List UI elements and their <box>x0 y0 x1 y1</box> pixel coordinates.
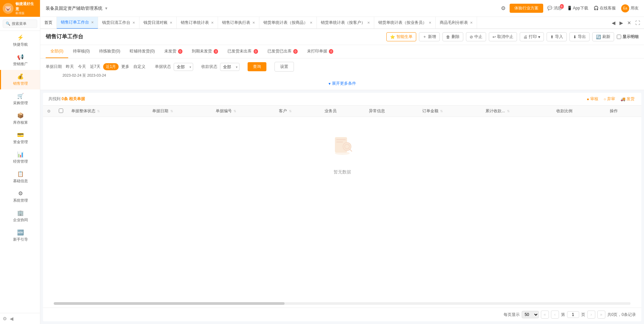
sort-icon[interactable]: ⇅ <box>507 109 510 113</box>
date-option-today[interactable]: 今天 <box>77 63 87 70</box>
select-all-checkbox[interactable] <box>59 109 63 113</box>
date-option-custom[interactable]: 自定义 <box>132 63 147 70</box>
payment-select[interactable]: 全部 <box>220 63 240 71</box>
sub-tab-shipped-out[interactable]: 已发货已出库 0 <box>263 45 302 58</box>
tab-close-icon[interactable]: ✕ <box>252 21 255 25</box>
sidebar-item-system[interactable]: ⚙ 系统管理 <box>0 187 40 206</box>
tab-sales-workbench[interactable]: 销售订单工作台 ✕ <box>57 17 98 29</box>
tab-close-all-btn[interactable]: ✕ <box>626 19 633 27</box>
revoke-button[interactable]: ○ 弃审 <box>602 95 616 103</box>
sub-tab-not-printed[interactable]: 未打印单据 0 <box>302 45 338 58</box>
tab-home[interactable]: 首页 <box>40 17 57 29</box>
import-button[interactable]: ⬆ 导入 <box>547 32 567 41</box>
expand-more-btn[interactable]: ▾ 展开更多条件 <box>329 81 356 86</box>
tab-close-icon[interactable]: ✕ <box>91 21 94 24</box>
show-detail-checkbox[interactable] <box>617 35 621 39</box>
audit-button[interactable]: ● 审核 <box>586 95 600 103</box>
tab-close-icon[interactable]: ✕ <box>310 21 312 25</box>
user-menu[interactable]: Ea 用友 <box>621 4 639 12</box>
filter-row-1: 单据日期 昨天 今天 近7天 近1月 更多 自定义 单据状态 <box>46 62 639 72</box>
sidebar-item-operations[interactable]: 📊 经营管理 <box>0 148 40 167</box>
sidebar-item-purchase[interactable]: 🛒 采购管理 <box>0 89 40 109</box>
tab-fullscreen-btn[interactable]: ⛶ <box>634 19 641 27</box>
tab-product-margin[interactable]: 商品毛利分析表 ✕ <box>436 17 477 29</box>
tab-close-icon[interactable]: ✕ <box>470 21 473 25</box>
th-operation: 操作 <box>606 106 641 117</box>
tab-scroll-left-btn[interactable]: ◀ <box>610 19 617 27</box>
tab-cash-reconcile[interactable]: 钱货日清对账 ✕ <box>139 17 177 29</box>
date-option-last1month[interactable]: 近1月 <box>103 63 119 70</box>
smart-generate-button[interactable]: ⭐ 智能生单 <box>386 32 416 41</box>
sub-tab-shipped-not-out[interactable]: 已发货未出库 0 <box>223 45 262 58</box>
show-detail-checkbox-label[interactable]: 显示明细 <box>617 34 639 40</box>
sub-tab-overdue[interactable]: 到期未发货 0 <box>187 45 223 58</box>
ship-button[interactable]: 🚚 发货 <box>619 95 636 103</box>
status-select[interactable]: 全部 <box>174 63 193 71</box>
h-scrollbar-track[interactable] <box>54 302 631 305</box>
tab-scroll-right-btn[interactable]: ▶ <box>618 19 625 27</box>
tab-cash-daily[interactable]: 钱货日清工作台 ✕ <box>98 17 139 29</box>
date-option-yesterday[interactable]: 昨天 <box>65 63 75 70</box>
tab-sales-stats[interactable]: 销售订单统计表 ✕ <box>177 17 218 29</box>
sidebar-item-guide[interactable]: 🆕 新手引导 <box>0 226 40 245</box>
sidebar-item-enterprise[interactable]: 🏢 企业协同 <box>0 206 40 226</box>
tab-close-icon[interactable]: ✕ <box>429 21 431 25</box>
print-button[interactable]: 🖨 打印 ▾ <box>520 32 544 41</box>
tab-sales-summary-product[interactable]: 销货单统计表（按商品） ✕ <box>259 17 317 29</box>
sub-tab-wangpu[interactable]: 旺铺待发货(0) <box>125 45 160 58</box>
sidebar-item-basic[interactable]: 📋 基础信息 <box>0 167 40 187</box>
sub-tab-all[interactable]: 全部(0) <box>46 45 68 58</box>
page-size-select[interactable]: 20 50 100 <box>522 311 539 318</box>
sort-icon[interactable]: ⇅ <box>170 109 173 113</box>
sort-icon[interactable]: ⇅ <box>97 109 100 113</box>
sort-icon[interactable]: ⇅ <box>289 109 292 113</box>
delete-button[interactable]: 🗑 删除 <box>442 32 463 41</box>
page-number-input[interactable] <box>567 311 579 318</box>
sub-tab-label: 全部(0) <box>50 49 63 53</box>
first-page-btn[interactable]: « <box>541 311 549 319</box>
sidebar-settings-btn[interactable]: ⚙ <box>3 316 7 321</box>
sub-tab-pending-audit[interactable]: 待审核(0) <box>68 45 95 58</box>
sidebar-item-quick-nav[interactable]: ⚡ 快捷导航 <box>0 31 40 50</box>
sidebar-item-label: 资金管理 <box>13 139 28 145</box>
tab-close-icon[interactable]: ✕ <box>211 21 214 25</box>
date-option-more[interactable]: 更多 <box>120 63 131 70</box>
tab-sales-exec[interactable]: 销售订单执行表 ✕ <box>218 17 259 29</box>
gear-icon[interactable]: ⚙ <box>47 109 51 114</box>
operations-icon: 📊 <box>17 151 24 158</box>
sort-icon[interactable]: ⇅ <box>440 109 443 113</box>
date-option-last7[interactable]: 近7天 <box>89 63 102 70</box>
sidebar-item-marketing[interactable]: 📢 营销推广 <box>0 50 40 70</box>
sidebar-collapse-btn[interactable]: ◀ <box>10 316 13 321</box>
topbar-settings-icon[interactable]: ⚙ <box>501 5 506 11</box>
tab-close-icon[interactable]: ✕ <box>367 21 370 25</box>
sidebar-item-sales[interactable]: 💰 销售管理 <box>0 70 40 89</box>
h-scrollbar-thumb[interactable] <box>54 302 285 305</box>
record-count: 0条 <box>61 96 68 101</box>
tab-sales-summary-staff[interactable]: 销货单统计表（按业务员） ✕ <box>374 17 436 29</box>
tab-close-icon[interactable]: ✕ <box>132 21 135 25</box>
tab-sales-summary-customer[interactable]: 销货单统计表（按客户） ✕ <box>317 17 374 29</box>
prev-page-btn[interactable]: ‹ <box>551 311 559 319</box>
message-badge[interactable]: 💬 6 消息 <box>547 5 561 11</box>
stop-button[interactable]: ⊘ 中止 <box>466 32 486 41</box>
sub-tab-pending-inspect[interactable]: 待拣验货(0) <box>94 45 125 58</box>
add-button[interactable]: ＋ 新增 <box>419 32 440 41</box>
export-button[interactable]: ⬇ 导出 <box>569 32 590 41</box>
refresh-button[interactable]: 🔄 刷新 <box>592 32 614 41</box>
sidebar-item-inventory[interactable]: 📦 库存核算 <box>0 109 40 128</box>
app-download-link[interactable]: 📱 App下载 <box>567 5 588 11</box>
sub-tab-not-shipped[interactable]: 未发货 0 <box>160 45 187 58</box>
query-button[interactable]: 查询 <box>248 62 266 71</box>
sidebar-item-finance[interactable]: 💳 资金管理 <box>0 128 40 148</box>
last-page-btn[interactable]: » <box>597 311 605 319</box>
search-menu-button[interactable]: 🔍 搜索菜单 <box>3 19 37 28</box>
tab-close-icon[interactable]: ✕ <box>170 21 172 25</box>
query-setting-button[interactable]: 设置 <box>274 62 294 72</box>
cancel-stop-button[interactable]: ↩ 取消中止 <box>489 32 517 41</box>
table-scroll[interactable]: ⚙ 单据整体状态 ⇅ 单据日期 ⇅ <box>43 106 641 299</box>
sort-icon[interactable]: ⇅ <box>233 109 236 113</box>
online-service-link[interactable]: 🎧 在线客服 <box>594 5 616 11</box>
next-page-btn[interactable]: › <box>587 311 595 319</box>
trial-button[interactable]: 体验行业方案 <box>510 4 543 13</box>
